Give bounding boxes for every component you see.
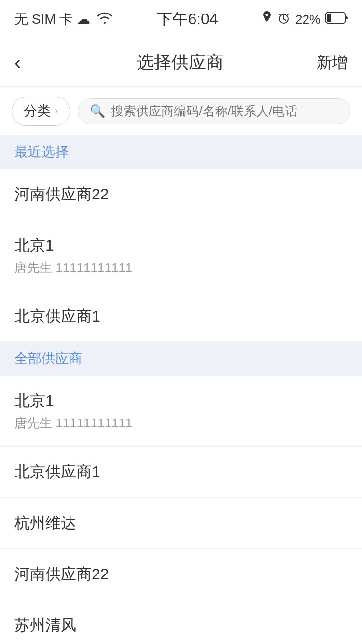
alarm-icon	[277, 11, 291, 28]
nav-bar: ‹ 选择供应商 新增	[0, 39, 362, 87]
search-box[interactable]: 🔍	[78, 98, 350, 124]
status-bar: 无 SIM 卡 ☁ 下午6:04 22%	[0, 0, 362, 39]
status-right: 22%	[262, 11, 348, 28]
list-item[interactable]: 河南供应商22	[0, 549, 362, 600]
list-item[interactable]: 北京供应商1	[0, 291, 362, 342]
item-sub: 唐先生 11111111111	[14, 415, 348, 432]
filter-bar: 分类 › 🔍	[0, 87, 362, 135]
battery-label: 22%	[295, 12, 320, 27]
page-title: 选择供应商	[137, 51, 223, 74]
item-name: 河南供应商22	[14, 183, 348, 205]
location-icon	[262, 11, 272, 28]
status-left: 无 SIM 卡 ☁	[14, 10, 113, 28]
item-name: 北京1	[14, 235, 348, 256]
back-button[interactable]: ‹	[14, 52, 43, 73]
sim-label: 无 SIM 卡 ☁	[14, 10, 90, 28]
list-item[interactable]: 北京1唐先生 11111111111	[0, 220, 362, 291]
item-name: 苏州清风	[14, 615, 348, 636]
battery-icon	[325, 12, 348, 27]
search-input[interactable]	[111, 104, 338, 119]
list-item[interactable]: 河南供应商22	[0, 169, 362, 220]
wifi-icon	[96, 11, 113, 28]
list-item[interactable]: 苏州清风	[0, 600, 362, 644]
section-header-recent: 最近选择	[0, 135, 362, 169]
item-name: 河南供应商22	[14, 563, 348, 585]
item-name: 北京供应商1	[14, 461, 348, 483]
item-sub: 唐先生 11111111111	[14, 259, 348, 276]
category-button[interactable]: 分类 ›	[12, 97, 70, 126]
section-header-all: 全部供应商	[0, 342, 362, 376]
list-item[interactable]: 北京供应商1	[0, 447, 362, 498]
svg-rect-2	[327, 14, 331, 22]
list-item[interactable]: 杭州维达	[0, 498, 362, 549]
category-label: 分类	[24, 102, 51, 120]
add-button[interactable]: 新增	[317, 52, 348, 73]
status-time: 下午6:04	[157, 9, 218, 30]
item-name: 北京1	[14, 390, 348, 412]
search-icon: 🔍	[90, 104, 105, 119]
chevron-right-icon: ›	[55, 105, 58, 117]
sections-container: 最近选择河南供应商22北京1唐先生 11111111111北京供应商1全部供应商…	[0, 135, 362, 644]
list-item[interactable]: 北京1唐先生 11111111111	[0, 376, 362, 447]
item-name: 北京供应商1	[14, 306, 348, 327]
item-name: 杭州维达	[14, 512, 348, 534]
